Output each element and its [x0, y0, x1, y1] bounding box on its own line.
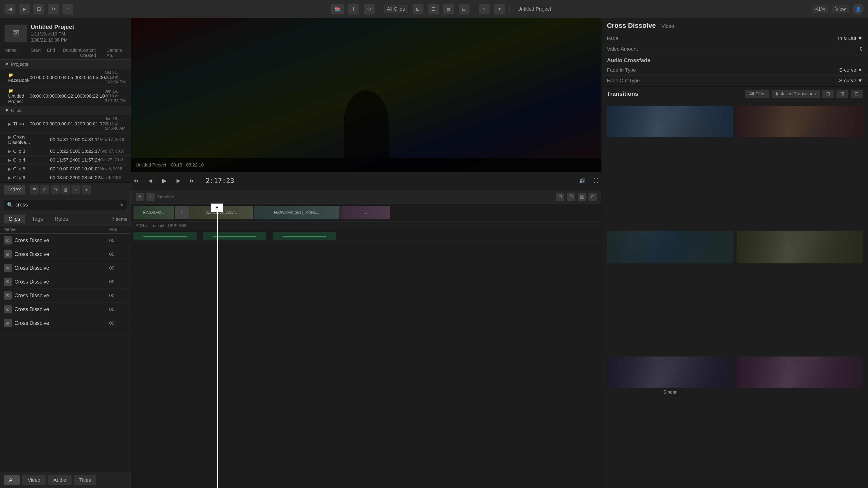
audio-clip-3[interactable]: ▬▬▬▬▬▬▬▬▬▬▬▬ — [273, 232, 336, 240]
zoom-label[interactable]: 41% — [812, 5, 829, 13]
next-frame-button[interactable]: ▶ — [173, 175, 184, 186]
audio-toggle[interactable]: 🔊 — [577, 175, 587, 186]
list-item[interactable]: ⊠ Cross Dissolve 00: — [0, 275, 131, 289]
list-item[interactable]: ▶Clip 4 00:11:57:24 00:11:57:24 Oct 27, … — [0, 156, 131, 164]
project-date2: 3/08/22, 10:06 PM — [31, 37, 126, 43]
fade-value[interactable]: In & Out ▼ — [838, 35, 863, 41]
timeline-toggle-3[interactable]: ▦ — [578, 193, 586, 201]
index-toolbar: Index ☰ ⊞ ⊟ ▦ ↖ ▾ — [0, 183, 131, 197]
audio-label: PCR instrument LOSSLESS — [135, 223, 187, 228]
user-icon[interactable]: 👤 — [852, 4, 864, 14]
timeline-clip-transition[interactable]: ✕ — [175, 206, 188, 219]
tab-roles[interactable]: Roles — [50, 215, 73, 223]
project-name-label[interactable]: Untitled Project — [514, 5, 554, 13]
search-input[interactable] — [16, 202, 118, 208]
home-button[interactable]: ⊞ — [33, 4, 44, 14]
timeline-toggle-2[interactable]: ⊞ — [567, 193, 575, 201]
view-options-button[interactable]: ⊟ — [459, 4, 469, 14]
filter-video-button[interactable]: Video — [22, 475, 46, 485]
list-item[interactable]: 📁Untitled Project 00:00:00:00 00:08:22:1… — [0, 86, 131, 106]
transition-item-2[interactable] — [737, 106, 863, 228]
forward-button[interactable]: ▶ — [19, 4, 30, 14]
filter-titles-button[interactable]: Titles — [74, 475, 96, 485]
settings-icon[interactable]: ⚙ — [364, 4, 375, 14]
view-icon-btn-3[interactable]: ⊟ — [51, 185, 60, 194]
share-button[interactable]: ↑ — [62, 4, 73, 14]
transition-label-3 — [607, 263, 733, 265]
view-icon-btn-1[interactable]: ☰ — [30, 185, 39, 194]
transitions-grid: Smear — [601, 101, 868, 488]
clips-section: ▼ Clips — [0, 106, 131, 115]
timeline-zoom-out[interactable]: - — [147, 193, 155, 201]
right-panel: Cross Dissolve Video Fade In & Out ▼ Vid… — [601, 18, 868, 488]
index-tab[interactable]: Index — [4, 185, 25, 195]
timeline-zoom-in[interactable]: + — [135, 193, 144, 201]
fade-in-value[interactable]: S-curve ▼ — [839, 67, 863, 73]
tool-dropdown[interactable]: ▾ — [494, 4, 505, 14]
fullscreen-button[interactable]: ⛶ — [591, 175, 601, 186]
timeline-clip-4[interactable]: ... — [340, 206, 390, 219]
transitions-sort-btn[interactable]: ⊟ — [850, 90, 863, 98]
library-tree: ▼ Projects 📁FaceBook 00:00:00:00 00:04:0… — [0, 60, 131, 182]
list-item[interactable]: ▶Clip 3 00:13:22:01 00:13:22:17 Sep 27, … — [0, 147, 131, 156]
clips-chevron: ▼ — [4, 108, 9, 113]
audio-clip-1[interactable]: ▬▬▬▬▬▬▬▬▬▬▬▬ — [133, 232, 197, 240]
fade-out-value[interactable]: S-curve ▼ — [839, 78, 863, 84]
list-item[interactable]: ▶Thuo 00:00:00:00 00:00:01:02 00:00:01:0… — [0, 115, 131, 133]
all-clips-btn[interactable]: All Clips — [745, 90, 770, 98]
view-icon-btn-4[interactable]: ▦ — [61, 185, 70, 194]
col-start: Start — [31, 48, 47, 58]
playhead — [217, 203, 218, 488]
grid-view-button[interactable]: ⊞ — [412, 4, 423, 14]
list-item[interactable]: ⊠ Cross Dissolve 00: — [0, 248, 131, 261]
back-button[interactable]: ◀ — [4, 4, 16, 14]
transition-item-smear[interactable]: Smear — [607, 357, 733, 484]
list-item[interactable]: ⊠ Cross Dissolve 00: — [0, 289, 131, 302]
list-item[interactable]: ▶Cross Dissolve... 00:04:31:11 00:04:31:… — [0, 133, 131, 147]
filmstrip-view-button[interactable]: ▦ — [443, 4, 454, 14]
audio-clip-2[interactable]: ▬▬▬▬▬▬▬▬▬▬▬▬ — [203, 232, 266, 240]
go-to-end-button[interactable]: ⏭ — [187, 175, 197, 186]
transition-item-3[interactable] — [607, 231, 733, 353]
inspector-panel: Cross Dissolve Video Fade In & Out ▼ Vid… — [601, 18, 868, 87]
view-icon-btn-2[interactable]: ⊞ — [40, 185, 49, 194]
transitions-search-btn[interactable]: ⊟ — [822, 90, 834, 98]
transitions-zoom-btn[interactable]: ⊞ — [836, 90, 848, 98]
tab-tags[interactable]: Tags — [27, 215, 48, 223]
tab-clips[interactable]: Clips — [4, 215, 25, 223]
list-item[interactable]: 📁FaceBook 00:00:00:00 00:04:05:00 00:04:… — [0, 69, 131, 86]
list-item[interactable]: ⊠ Cross Dissolve 00: — [0, 316, 131, 330]
search-box: 🔍 ✕ — [4, 200, 127, 210]
search-clear-icon[interactable]: ✕ — [120, 202, 124, 208]
timeline-clip-3[interactable]: FLOW.CAM_2017_MORE... — [254, 206, 340, 219]
prev-frame-button[interactable]: ◀ — [145, 175, 156, 186]
transition-item-6[interactable] — [737, 357, 863, 484]
view-label[interactable]: View — [832, 5, 849, 13]
library-icon[interactable]: 📚 — [331, 4, 344, 14]
filter-audio-button[interactable]: Audio — [48, 475, 71, 485]
import-icon[interactable]: ⬇ — [348, 4, 359, 14]
refresh-button[interactable]: ↻ — [48, 4, 59, 14]
project-info: Untitled Project 1/11/19, 4:19 PM 3/08/2… — [31, 24, 126, 43]
filter-all-button[interactable]: All — [4, 475, 20, 485]
transition-icon-1: ⊠ — [4, 236, 12, 245]
all-clips-label[interactable]: All Clips — [384, 5, 408, 13]
dropdown-icon-btn[interactable]: ▾ — [82, 185, 91, 194]
list-item[interactable]: ⊠ Cross Dissolve 00: — [0, 234, 131, 248]
list-item[interactable]: ▶Clip 6 00:08:50:22 00:08:50:22 Jan 4, 2… — [0, 173, 131, 182]
list-item[interactable]: ⊠ Cross Dissolve 00: — [0, 302, 131, 316]
transition-item-1[interactable] — [607, 106, 733, 228]
installed-transitions-btn[interactable]: Installed Transitions — [772, 90, 820, 98]
timeline-clip-1[interactable]: FLV.D3.AM... — [133, 206, 174, 219]
list-item[interactable]: ⊠ Cross Dissolve 00: — [0, 261, 131, 275]
cursor-icon-btn[interactable]: ↖ — [71, 185, 81, 194]
timeline-toggle-4[interactable]: ⊟ — [589, 193, 597, 201]
cursor-tool[interactable]: ↖ — [479, 4, 490, 14]
projects-section: ▼ Projects — [0, 60, 131, 69]
play-button[interactable]: ▶ — [159, 175, 169, 186]
transition-item-4[interactable] — [737, 231, 863, 353]
timeline-toggle-1[interactable]: ⊟ — [556, 193, 564, 201]
list-item[interactable]: ▶Clip 5 00:10:00:01 00:10:00:01 Nov 5, 2… — [0, 164, 131, 173]
go-to-start-button[interactable]: ⏮ — [131, 175, 142, 186]
list-view-button[interactable]: ☰ — [428, 4, 439, 14]
